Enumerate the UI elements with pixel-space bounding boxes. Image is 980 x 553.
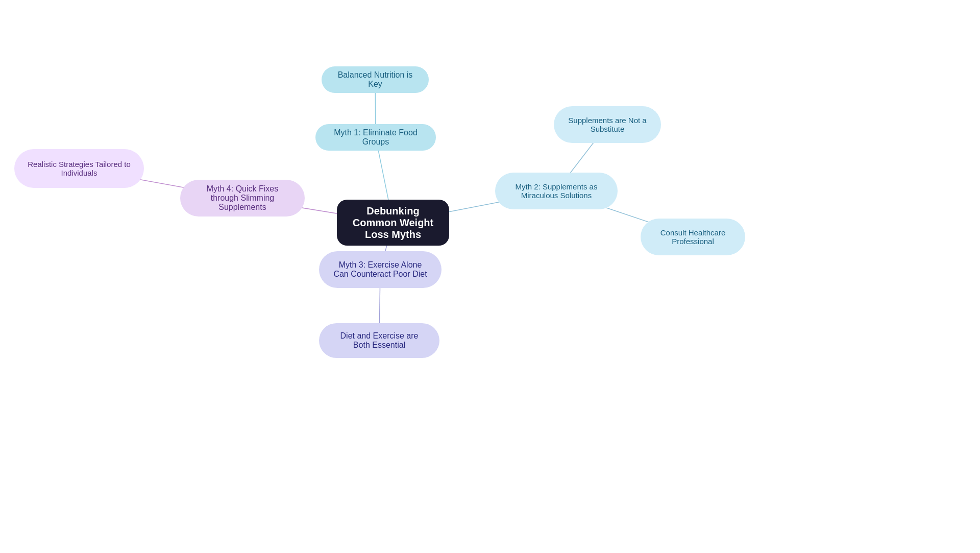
myth2-label: Myth 2: Supplements as Miraculous Soluti… [507, 182, 605, 200]
balanced-nutrition-label: Balanced Nutrition is Key [334, 70, 416, 89]
myth1-label: Myth 1: Eliminate Food Groups [328, 128, 424, 147]
diet-exercise-label: Diet and Exercise are Both Essential [331, 331, 427, 350]
node-supplements-not: Supplements are Not a Substitute [554, 106, 661, 143]
node-myth3: Myth 3: Exercise Alone Can Counteract Po… [319, 251, 442, 288]
myth3-label: Myth 3: Exercise Alone Can Counteract Po… [331, 260, 429, 279]
center-label: Debunking Common Weight Loss Myths [349, 205, 437, 241]
node-myth1: Myth 1: Eliminate Food Groups [315, 124, 436, 151]
node-diet-exercise: Diet and Exercise are Both Essential [319, 323, 439, 358]
node-myth4: Myth 4: Quick Fixes through Slimming Sup… [180, 180, 305, 217]
center-node: Debunking Common Weight Loss Myths [337, 200, 449, 246]
node-myth2: Myth 2: Supplements as Miraculous Soluti… [495, 173, 618, 209]
node-balanced-nutrition: Balanced Nutrition is Key [322, 66, 429, 93]
node-consult: Consult Healthcare Professional [641, 219, 745, 255]
myth4-label: Myth 4: Quick Fixes through Slimming Sup… [192, 184, 292, 212]
realistic-label: Realistic Strategies Tailored to Individ… [27, 160, 132, 177]
node-realistic: Realistic Strategies Tailored to Individ… [14, 149, 144, 188]
supplements-not-label: Supplements are Not a Substitute [566, 116, 649, 133]
consult-label: Consult Healthcare Professional [653, 228, 733, 246]
